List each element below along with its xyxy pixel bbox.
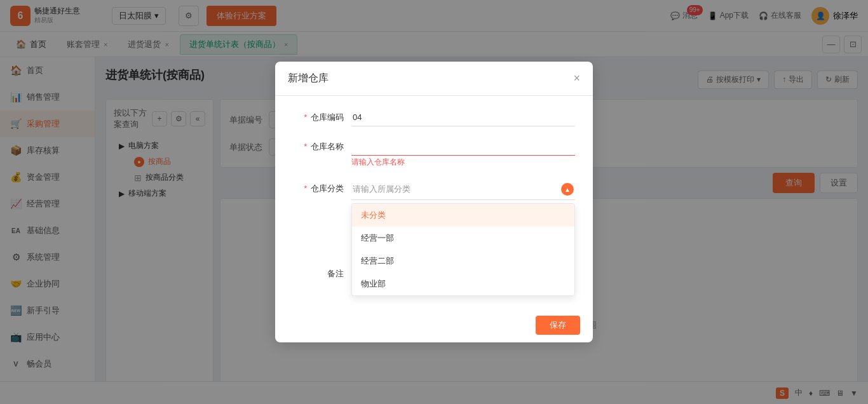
code-label: * 仓库编码 [293,112,344,123]
category-dropdown-toggle[interactable]: 请输入所属分类 ▲ [351,179,575,200]
modal-body: * 仓库编码 * 仓库名称 请输入仓库名称 [275,96,593,308]
dropdown-arrow-icon: ▲ [561,183,574,196]
category-placeholder: 请输入所属分类 [353,184,410,195]
code-field-row: * 仓库编码 [293,109,575,126]
modal-title: 新增仓库 [288,72,329,85]
category-field-row: * 仓库分类 请输入所属分类 ▲ 未分类 经营一部 经营二部 物业部 [293,179,575,200]
new-warehouse-modal: 新增仓库 × * 仓库编码 * 仓库名称 [275,62,593,342]
dropdown-item-ops1[interactable]: 经营一部 [352,227,574,250]
dropdown-item-ops2[interactable]: 经营二部 [352,250,574,273]
name-field-row: * 仓库名称 请输入仓库名称 [293,138,575,168]
code-input[interactable] [351,109,575,126]
name-error-msg: 请输入仓库名称 [351,158,405,166]
modal-footer: 保存 [275,308,593,342]
modal-close-button[interactable]: × [573,72,580,85]
modal-header: 新增仓库 × [275,62,593,96]
category-dropdown-wrap: 请输入所属分类 ▲ 未分类 经营一部 经营二部 物业部 [351,179,575,200]
dropdown-item-uncategorized[interactable]: 未分类 [352,204,574,227]
dropdown-item-property[interactable]: 物业部 [352,273,574,295]
category-label: * 仓库分类 [293,179,344,194]
name-input[interactable] [351,138,575,156]
save-button[interactable]: 保存 [536,316,580,335]
name-label: * 仓库名称 [293,141,344,152]
modal-overlay: 新增仓库 × * 仓库编码 * 仓库名称 [0,0,868,404]
category-dropdown-menu: 未分类 经营一部 经营二部 物业部 [351,203,575,296]
notes-label: 备注 [293,268,344,279]
